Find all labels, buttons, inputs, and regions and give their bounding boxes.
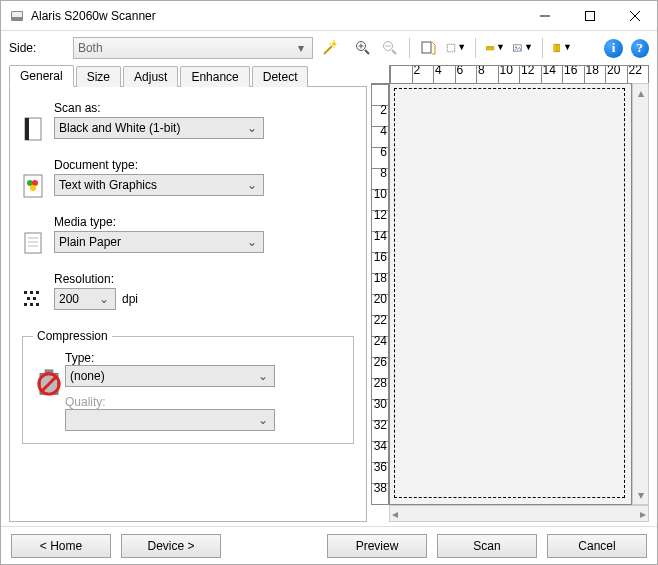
svg-line-12 (392, 50, 396, 54)
scan-as-icon (22, 101, 54, 144)
help-icon[interactable]: ? (631, 39, 649, 58)
svg-rect-15 (447, 44, 455, 52)
compression-legend: Compression (33, 329, 112, 343)
chevron-down-icon: ⌄ (245, 235, 259, 249)
svg-point-29 (30, 185, 36, 191)
chevron-down-icon: ▾ (294, 41, 308, 55)
shortcut-icon[interactable]: ▼ (551, 37, 573, 59)
svg-rect-14 (422, 42, 431, 53)
window-title: Alaris S2060w Scanner (31, 9, 522, 23)
tab-size[interactable]: Size (76, 66, 121, 87)
resolution-label: Resolution: (54, 272, 354, 286)
svg-rect-1 (12, 12, 22, 17)
resolution-icon (22, 272, 54, 315)
media-type-select[interactable]: Plain Paper⌄ (54, 231, 264, 253)
svg-line-8 (365, 50, 369, 54)
svg-rect-22 (554, 44, 557, 52)
chevron-down-icon: ⌄ (97, 292, 111, 306)
chevron-down-icon: ⌄ (245, 121, 259, 135)
ruler-horizontal: 246810121416182022 (389, 65, 649, 83)
wand-icon[interactable] (319, 37, 340, 59)
svg-rect-41 (36, 303, 39, 306)
comp-type-select[interactable]: (none)⌄ (65, 365, 275, 387)
svg-rect-37 (27, 297, 30, 300)
zoom-in-icon[interactable] (352, 37, 373, 59)
svg-rect-25 (25, 118, 29, 140)
outline-icon[interactable]: ▼ (445, 37, 467, 59)
side-select-value: Both (78, 41, 103, 55)
home-button[interactable]: < Home (11, 534, 111, 558)
media-type-label: Media type: (54, 215, 354, 229)
side-label: Side: (9, 41, 67, 55)
zoom-out-icon (380, 37, 401, 59)
chevron-down-icon: ⌄ (256, 413, 270, 427)
image-mode-icon[interactable]: ▼ (512, 37, 534, 59)
units-icon[interactable]: ▼ (484, 37, 506, 59)
media-type-icon (22, 215, 54, 258)
comp-quality-select: ⌄ (65, 409, 275, 431)
svg-rect-35 (30, 291, 33, 294)
scrollbar-vertical[interactable]: ▴▾ (632, 83, 649, 505)
device-button[interactable]: Device > (121, 534, 221, 558)
svg-point-21 (515, 46, 517, 48)
preview-canvas[interactable] (389, 83, 632, 505)
tab-enhance[interactable]: Enhance (180, 66, 249, 87)
svg-rect-30 (25, 233, 41, 253)
chevron-down-icon: ⌄ (245, 178, 259, 192)
maximize-button[interactable] (567, 1, 612, 30)
svg-rect-39 (24, 303, 27, 306)
app-icon (9, 8, 25, 24)
resolution-select[interactable]: 200⌄ (54, 288, 116, 310)
comp-quality-label: Quality: (65, 395, 275, 409)
tab-general[interactable]: General (9, 65, 74, 87)
scrollbar-horizontal[interactable]: ◂▸ (389, 505, 649, 522)
comp-type-label: Type: (65, 351, 275, 365)
svg-rect-36 (36, 291, 39, 294)
svg-rect-38 (33, 297, 36, 300)
tab-detect[interactable]: Detect (252, 66, 309, 87)
resolution-unit: dpi (122, 292, 138, 306)
doc-type-label: Document type: (54, 158, 354, 172)
ruler-vertical: 2468101214161820222426283032343638 (371, 83, 389, 505)
compression-icon (33, 351, 65, 431)
svg-rect-3 (585, 11, 594, 20)
scan-as-select[interactable]: Black and White (1-bit)⌄ (54, 117, 264, 139)
scan-button[interactable]: Scan (437, 534, 537, 558)
preview-quality-icon[interactable] (418, 37, 439, 59)
svg-rect-40 (30, 303, 33, 306)
svg-rect-23 (557, 44, 560, 52)
doc-type-icon (22, 158, 54, 201)
cancel-button[interactable]: Cancel (547, 534, 647, 558)
chevron-down-icon: ⌄ (256, 369, 270, 383)
tab-adjust[interactable]: Adjust (123, 66, 178, 87)
info-icon[interactable]: i (604, 39, 622, 58)
minimize-button[interactable] (522, 1, 567, 30)
preview-button[interactable]: Preview (327, 534, 427, 558)
doc-type-select[interactable]: Text with Graphics⌄ (54, 174, 264, 196)
side-select[interactable]: Both ▾ (73, 37, 313, 59)
scan-as-label: Scan as: (54, 101, 354, 115)
svg-rect-34 (24, 291, 27, 294)
close-button[interactable] (612, 1, 657, 30)
selection-outline[interactable] (394, 88, 625, 498)
